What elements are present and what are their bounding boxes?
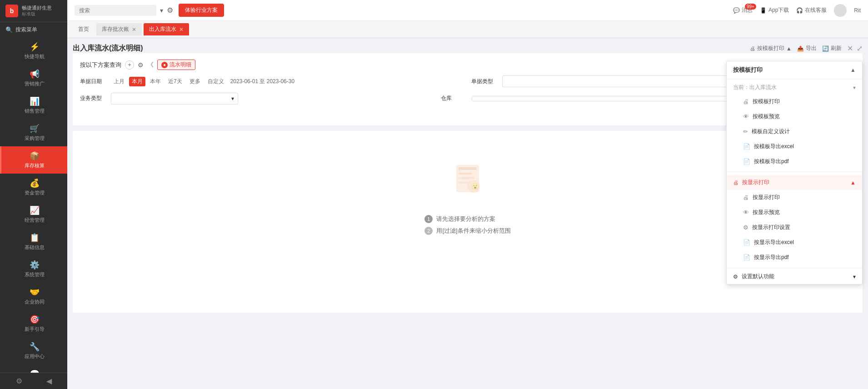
sidebar-item-wechat[interactable]: 💬 企业微信 — [0, 364, 67, 373]
filter-collapse-icon[interactable]: 《 — [147, 61, 154, 69]
topbar-gear-icon[interactable]: ⚙ — [167, 6, 173, 15]
dropdown-template-custom-label: 模板自定义设计 — [752, 128, 790, 135]
tab-home[interactable]: 首页 — [73, 23, 95, 35]
tab-batch[interactable]: 库存批次账 ✕ — [96, 23, 142, 35]
window-close-btn[interactable]: ✕ — [847, 44, 853, 53]
date-opt-last-month[interactable]: 上月 — [111, 77, 127, 86]
date-options: 上月 本月 本年 近7天 更多 自定义 — [111, 77, 227, 86]
date-opt-this-month[interactable]: 本月 — [129, 77, 145, 86]
tab-flow-close[interactable]: ✕ — [179, 26, 184, 33]
set-default-icon: ⚙ — [733, 274, 738, 280]
dropdown-expand-icon[interactable]: ▲ — [850, 67, 856, 73]
biztype-select[interactable]: ▾ — [111, 93, 238, 105]
sidebar-item-guide[interactable]: 🎯 新手引导 — [0, 310, 67, 337]
tab-batch-close[interactable]: ✕ — [132, 26, 136, 33]
sidebar-item-system[interactable]: ⚙️ 系统管理 — [0, 255, 67, 283]
sidebar-item-operations[interactable]: 📈 经营管理 — [0, 201, 67, 228]
print-icon: 🖨 — [743, 98, 749, 105]
display-excel-icon: 📄 — [743, 239, 750, 246]
date-opt-last7[interactable]: 近7天 — [165, 77, 185, 86]
dropdown-current-label: 当前：出入库流水 ▾ — [727, 81, 862, 94]
inventory-icon: 📦 — [30, 151, 40, 161]
dropdown-display-print[interactable]: 🖨 按显示打印 — [727, 190, 862, 205]
sidebar-item-coop[interactable]: 🤝 企业协同 — [0, 283, 67, 310]
filter-date-field: 单据日期 上月 本月 本年 近7天 更多 自定义 2023-06-01 至 20… — [80, 77, 464, 86]
app-logo-icon: b — [5, 5, 18, 17]
basic-icon: 📋 — [30, 233, 40, 243]
topbar-search-input[interactable] — [75, 5, 156, 16]
tab-flow[interactable]: 出入库流水 ✕ — [144, 23, 189, 35]
guide-icon: 🎯 — [30, 314, 40, 324]
display-settings-icon: ⚙ — [743, 224, 748, 231]
filter-tag-label: 流水明细 — [170, 61, 191, 69]
wechat-icon: 💬 — [30, 369, 40, 373]
topbar-app-download[interactable]: 📱 App下载 — [760, 6, 789, 14]
dropdown-display-collapse[interactable]: ▲ — [850, 180, 856, 186]
sidebar-item-sales[interactable]: 📊 销售管理 — [0, 92, 67, 119]
step-num-2: 2 — [424, 227, 433, 235]
sidebar-item-basic[interactable]: 📋 基础信息 — [0, 228, 67, 255]
sidebar-item-marketing[interactable]: 📢 营销推广 — [0, 65, 67, 92]
user-avatar[interactable] — [834, 4, 847, 17]
dropdown-display-print-label: 按显示打印 — [753, 194, 780, 201]
window-controls: ✕ ⤢ — [847, 44, 863, 53]
export-btn[interactable]: 📤 导出 — [797, 45, 817, 52]
topbar-message[interactable]: 💬 消息 99+ — [733, 6, 753, 14]
dropdown-set-default[interactable]: ⚙ 设置默认功能 ▾ — [727, 269, 862, 284]
dropdown-display-excel[interactable]: 📄 按显示导出excel — [727, 235, 862, 250]
dropdown-template-excel[interactable]: 📄 按模板导出excel — [727, 139, 862, 154]
pdf-icon: 📄 — [743, 158, 750, 165]
sidebar-nav: 📢 营销推广 📊 销售管理 🛒 采购管理 📦 库存核算 💰 资金管理 📈 经营管… — [0, 65, 67, 373]
dropdown-title: 按模板打印 — [733, 66, 763, 74]
filter-biztype-field: 业务类型 ▾ — [80, 93, 434, 105]
date-opt-this-year[interactable]: 本年 — [147, 77, 164, 86]
filter-add-btn[interactable]: + — [125, 60, 134, 70]
filter-setting-btn[interactable]: ⚙ — [138, 61, 144, 69]
dropdown-display-preview[interactable]: 👁 按显示预览 — [727, 205, 862, 220]
dropdown-display-pdf[interactable]: 📄 按显示导出pdf — [727, 250, 862, 265]
dropdown-template-pdf[interactable]: 📄 按模板导出pdf — [727, 154, 862, 169]
sidebar: b 畅捷通好生意 标准版 🔍 搜索菜单 ⚡ 快捷导航 📢 营销推广 📊 销售管理… — [0, 0, 67, 389]
search-icon: 🔍 — [5, 26, 13, 33]
dropdown-template-print[interactable]: 🖨 按模板打印 — [727, 94, 862, 109]
dropdown-display-pdf-label: 按显示导出pdf — [754, 254, 789, 261]
sidebar-item-label: 销售管理 — [25, 108, 45, 115]
window-expand-btn[interactable]: ⤢ — [857, 44, 863, 53]
sidebar-item-apps[interactable]: 🔧 应用中心 — [0, 337, 67, 364]
sidebar-item-finance[interactable]: 💰 资金管理 — [0, 174, 67, 201]
biztype-label: 业务类型 — [80, 95, 107, 102]
dropdown-divider-2 — [727, 268, 862, 268]
dropdown-display-section: 🖨 按显示打印 ▲ 🖨 按显示打印 👁 按显示预览 ⚙ 按显示打印设置 — [727, 173, 862, 267]
sidebar-item-inventory[interactable]: 📦 库存核算 — [0, 146, 67, 174]
template-print-btn[interactable]: 🖨 按模板打印 ▲ — [750, 45, 792, 52]
topbar-service[interactable]: 🎧 在线客服 — [796, 6, 827, 14]
dropdown-template-preview[interactable]: 👁 按模板预览 — [727, 109, 862, 124]
marketing-icon: 📢 — [30, 69, 40, 79]
set-default-label: 设置默认功能 — [742, 273, 774, 280]
svg-rect-2 — [459, 173, 472, 175]
sidebar-collapse-btn[interactable]: ◀ — [46, 377, 52, 385]
sidebar-logo: b 畅捷通好生意 标准版 — [0, 0, 67, 22]
svg-rect-1 — [459, 167, 477, 170]
dropdown-template-excel-label: 按模板导出excel — [754, 143, 794, 150]
topbar-dropdown-btn[interactable]: ▾ — [160, 7, 163, 14]
sidebar-item-label: 基础信息 — [25, 244, 45, 251]
message-icon: 💬 — [733, 7, 740, 14]
service-label: 在线客服 — [805, 6, 827, 14]
date-field-label: 单据日期 — [80, 78, 107, 85]
sidebar-item-quicknav[interactable]: ⚡ 快捷导航 — [0, 37, 67, 65]
svg-text:😮: 😮 — [471, 183, 479, 190]
dropdown-display-header[interactable]: 🖨 按显示打印 ▲ — [727, 175, 862, 190]
operations-icon: 📈 — [30, 205, 40, 215]
date-opt-custom[interactable]: 自定义 — [205, 77, 227, 86]
dropdown-template-custom[interactable]: ✏ 模板自定义设计 — [727, 124, 862, 139]
refresh-btn[interactable]: 🔄 刷新 — [822, 45, 842, 52]
dropdown-current-expand[interactable]: ▾ — [853, 85, 856, 91]
dropdown-current-section: 当前：出入库流水 ▾ 🖨 按模板打印 👁 按模板预览 ✏ 模板自定义设计 📄 — [727, 79, 862, 171]
dropdown-display-settings[interactable]: ⚙ 按显示打印设置 — [727, 220, 862, 235]
trial-btn[interactable]: 体验行业方案 — [179, 4, 224, 17]
sidebar-search[interactable]: 🔍 搜索菜单 — [0, 22, 67, 37]
date-opt-more[interactable]: 更多 — [187, 77, 203, 86]
sidebar-settings-btn[interactable]: ⚙ — [16, 377, 22, 385]
sidebar-item-purchase[interactable]: 🛒 采购管理 — [0, 119, 67, 146]
